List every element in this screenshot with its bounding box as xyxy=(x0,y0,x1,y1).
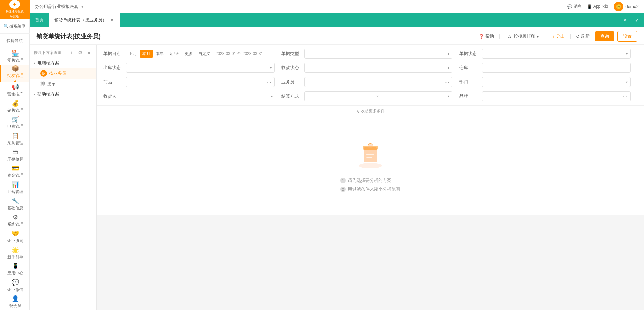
tab-close-btn[interactable]: × xyxy=(109,17,115,23)
sidebar-item-inventory[interactable]: 🗃 库存核算 xyxy=(0,147,29,164)
sidebar-item-marketing[interactable]: 📢 营销推广 xyxy=(0,82,29,99)
sidebar-item-purchase[interactable]: 📋 采购管理 xyxy=(0,131,29,147)
collectstatus-select[interactable]: ▾ xyxy=(304,63,453,73)
expand-arrow: ▾ xyxy=(34,61,35,65)
scheme-by-order-header[interactable]: 排 按单 xyxy=(30,79,96,89)
sidebar-item-system[interactable]: ⚙ 系统管理 xyxy=(0,212,29,229)
filter-outstatus-cell: 出库状态 ▾ xyxy=(103,63,281,73)
export-label: 导出 xyxy=(556,33,565,39)
print-arrow: ▾ xyxy=(537,34,539,39)
receiver-input[interactable] xyxy=(126,91,271,101)
receiver-dots[interactable]: ··· xyxy=(271,94,275,99)
collapse-panel-btn[interactable]: « xyxy=(86,49,92,56)
expand-arrow-mobile: ▸ xyxy=(34,92,35,96)
order-icon: 排 xyxy=(40,81,45,87)
goods-select[interactable]: ··· xyxy=(126,77,275,87)
topbar-message-btn[interactable]: 💬 消息 xyxy=(567,4,582,9)
mobile-scheme-parent[interactable]: ▸ 移动端方案 xyxy=(30,89,96,99)
outstatus-label: 出库状态 xyxy=(103,65,123,71)
query-btn[interactable]: 查询 xyxy=(595,31,614,41)
dept-select[interactable]: ▾ xyxy=(482,77,631,87)
topbar-user[interactable]: 😊 demo2 xyxy=(614,2,639,11)
filter-payment-cell: 结算方式 × ▾ xyxy=(281,91,460,101)
search-icon: 🔍 xyxy=(4,24,9,29)
tab-maximize-btn[interactable]: ⤢ xyxy=(632,15,641,25)
warehouse-select[interactable]: ··· xyxy=(482,63,631,73)
body-layout: 按以下方案查询 + ⚙ « xyxy=(30,45,644,310)
date-btn-last-month[interactable]: 上月 xyxy=(126,50,140,58)
outstatus-select[interactable]: ▾ xyxy=(126,63,275,73)
date-btn-more[interactable]: 更多 xyxy=(182,50,196,58)
svg-rect-4 xyxy=(366,157,372,158)
app-logo[interactable]: ✦ 畅捷通好生意 标账版 xyxy=(0,0,30,19)
salesman-select[interactable]: ··· xyxy=(304,77,453,87)
collapse-bar[interactable]: ∧ 收起更多条件 xyxy=(97,106,644,117)
refresh-btn[interactable]: ↺ 刷新 xyxy=(576,33,590,39)
main-area: 办公用品行业模拟账套 ▾ 💬 消息 📱 App下载 😊 demo2 首页 xyxy=(30,0,644,310)
filter-date-cell: 单据日期 上月 本月 本年 近7天 更多 自定义 20 xyxy=(103,49,281,59)
filter-brand-cell: 品牌 ··· xyxy=(459,91,637,101)
sidebar-item-cooperation[interactable]: 🤝 企业协同 xyxy=(0,228,29,245)
sidebar-item-retail[interactable]: 🏪 零售管理 xyxy=(0,48,29,65)
sidebar-item-wechat[interactable]: 💬 企业微信 xyxy=(0,277,29,294)
docstatus-select[interactable]: ▾ xyxy=(482,49,631,59)
filter-warehouse-cell: 仓库 ··· xyxy=(459,63,637,73)
tab-sales-stats[interactable]: 销货单统计表（按业务员） × xyxy=(49,13,120,27)
brand-select[interactable]: ··· xyxy=(482,91,631,101)
retail-icon: 🏪 xyxy=(12,50,19,57)
content-inner: 销货单统计表(按业务员) ❓ 帮助 🖨 按模板打印 ▾ ↓ xyxy=(30,27,644,310)
payment-clear-btn[interactable]: × xyxy=(376,94,379,99)
dept-label: 部门 xyxy=(459,79,479,85)
receiver-label: 收货人 xyxy=(103,93,123,99)
payment-select[interactable]: × ▾ xyxy=(304,91,453,101)
help-btn[interactable]: ❓ 帮助 xyxy=(479,33,494,39)
settings-btn[interactable]: 设置 xyxy=(617,31,637,42)
basic-icon: 🔧 xyxy=(12,197,19,205)
tab-minimize-btn[interactable]: ✕ xyxy=(620,15,629,25)
sidebar-item-sales[interactable]: 💰 销售管理 xyxy=(0,98,29,115)
finance-icon: 💳 xyxy=(12,165,19,172)
add-scheme-btn[interactable]: + xyxy=(68,49,75,56)
minimize-icon: ✕ xyxy=(623,18,627,23)
filter-receiver-cell: 收货人 ··· xyxy=(103,91,281,101)
filter-docstatus-cell: 单据状态 ▾ xyxy=(459,49,637,59)
settings-scheme-btn[interactable]: ⚙ xyxy=(77,49,84,56)
sidebar-item-basic[interactable]: 🔧 基础信息 xyxy=(0,196,29,212)
date-btn-this-year[interactable]: 本年 xyxy=(153,50,166,58)
warehouse-dots: ··· xyxy=(623,65,628,70)
sidebar-item-finance[interactable]: 💳 资金管理 xyxy=(0,163,29,180)
date-btn-this-month[interactable]: 本月 xyxy=(140,50,153,58)
export-btn[interactable]: ↓ 导出 xyxy=(553,33,565,39)
pc-scheme-parent[interactable]: ▾ 电脑端方案 xyxy=(30,58,96,68)
empty-hint-1: 1 请先选择要分析的方案 xyxy=(340,177,400,184)
collapse-icon: « xyxy=(88,50,90,55)
filter-doctype-cell: 单据类型 ▾ xyxy=(281,49,460,59)
print-label: 按模板打印 xyxy=(514,33,535,39)
scheme-by-salesman[interactable]: 按 按业务员 xyxy=(30,68,96,79)
payment-label: 结算方式 xyxy=(281,93,302,99)
print-btn[interactable]: 🖨 按模板打印 ▾ xyxy=(505,32,542,41)
export-icon: ↓ xyxy=(553,34,555,39)
sidebar-item-member[interactable]: 👤 畅会员 xyxy=(0,294,29,310)
sidebar-item-wholesale[interactable]: 📦 批发管理 ▲ xyxy=(0,65,29,82)
app-icon: 📱 xyxy=(587,4,592,9)
help-label: 帮助 xyxy=(485,33,494,39)
sidebar-item-guide[interactable]: 🌟 新手引导 xyxy=(0,245,29,261)
doctype-select[interactable]: ▾ xyxy=(304,49,453,59)
left-panel: 按以下方案查询 + ⚙ « xyxy=(30,45,97,310)
tab-home[interactable]: 首页 xyxy=(30,13,49,27)
empty-state: 1 请先选择要分析的方案 2 用过滤条件来缩小分析范围 xyxy=(97,117,644,215)
topbar-dropdown-arrow[interactable]: ▾ xyxy=(81,4,83,9)
sidebar-item-operations[interactable]: 📊 经营管理 xyxy=(0,180,29,196)
sidebar-search[interactable]: 🔍 🔍 搜索菜单 xyxy=(0,19,30,34)
sidebar-item-apps[interactable]: 📱 应用中心 xyxy=(0,261,29,277)
topbar-app-btn[interactable]: 📱 App下载 xyxy=(587,4,608,9)
sidebar-item-ecommerce[interactable]: 🛒 电商管理 xyxy=(0,115,29,131)
ecommerce-icon: 🛒 xyxy=(12,116,19,123)
salesman-scheme-icon: 按 xyxy=(40,70,47,77)
sidebar-quicknav[interactable]: 快捷导航 xyxy=(0,34,30,48)
date-btn-custom[interactable]: 自定义 xyxy=(196,50,213,58)
goods-label: 商品 xyxy=(103,79,123,85)
date-btn-7days[interactable]: 近7天 xyxy=(166,50,182,58)
page-header: 销货单统计表(按业务员) ❓ 帮助 🖨 按模板打印 ▾ ↓ xyxy=(30,27,644,45)
